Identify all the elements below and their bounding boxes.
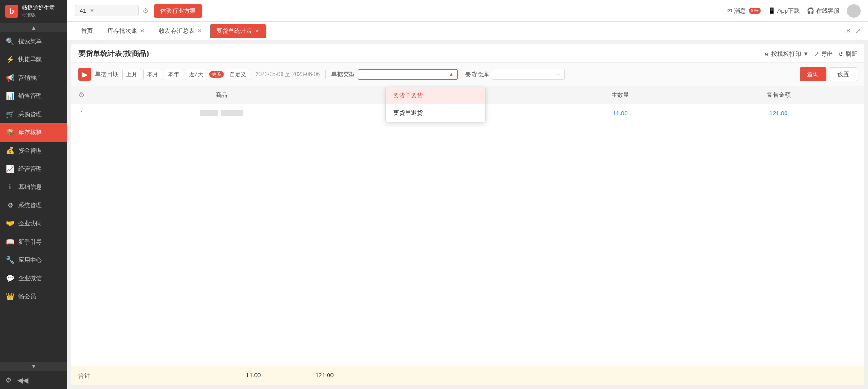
print-dropdown-icon: ▼: [803, 51, 809, 57]
column-settings-icon[interactable]: ⚙: [78, 91, 85, 99]
sidebar-item-app-center[interactable]: 🔧 应用中心: [0, 251, 67, 269]
sidebar-item-sales[interactable]: 📊 销售管理: [0, 87, 67, 105]
date-btn-last-month[interactable]: 上月: [122, 69, 141, 80]
topbar-settings-icon[interactable]: ⚙: [142, 6, 149, 15]
refresh-label: 刷新: [845, 50, 857, 58]
filter-bar: ▶ 单据日期 上月 本月 本年 近7天 更多 自定义 2023-05-06 至 …: [71, 63, 864, 86]
tab-close-icon[interactable]: ✕: [140, 28, 144, 34]
maximize-icon[interactable]: ⤢: [855, 26, 861, 35]
filter-divider: [325, 70, 326, 79]
workspace-selector[interactable]: 41 ▼: [75, 5, 139, 16]
tab-label: 要货单统计表: [216, 27, 252, 35]
close-all-tabs-icon[interactable]: ✕: [845, 26, 851, 35]
tab-close-icon[interactable]: ✕: [255, 28, 259, 34]
top-right-actions: ✉ 消息 99+ 📱 App下载 🎧 在线客服: [727, 4, 861, 18]
more-date-badge[interactable]: 更多: [209, 71, 224, 78]
row-amount: 121.00: [693, 104, 864, 122]
sidebar-item-label: 企业协同: [18, 220, 42, 228]
col-amount: 零售金额: [693, 86, 864, 104]
service-icon: 🎧: [807, 7, 814, 14]
date-btn-this-month[interactable]: 本月: [143, 69, 162, 80]
app-logo-icon: b: [5, 5, 18, 18]
tab-inventory-batch[interactable]: 库存批次账 ✕: [101, 24, 151, 38]
tab-home[interactable]: 首页: [75, 24, 99, 38]
sidebar-item-enterprise[interactable]: 🤝 企业协同: [0, 215, 67, 233]
set-button[interactable]: 设置: [830, 67, 857, 81]
type-dropdown-menu: 要货单要货 要货单退货: [385, 87, 486, 122]
col-settings[interactable]: ⚙: [71, 86, 92, 104]
sidebar-item-label: 经营管理: [18, 165, 42, 173]
sidebar-item-search[interactable]: 🔍 搜索菜单: [0, 32, 67, 51]
type-selector-wrapper: 单据类型 ▲: [331, 69, 458, 80]
inventory-icon: 📦: [5, 128, 15, 137]
messages-badge: 99+: [749, 8, 761, 14]
online-service-label: 在线客服: [816, 7, 840, 15]
dropdown-item-order-goods[interactable]: 要货单要货: [386, 87, 485, 104]
app-version: 标准版: [22, 12, 55, 18]
custom-date-button[interactable]: 自定义: [226, 69, 250, 80]
sidebar: b 畅捷通好生意 标准版 ▲ 🔍 搜索菜单 ⚡ 快捷导航 📢 营销推广 📊 销售…: [0, 0, 67, 389]
sidebar-item-inventory[interactable]: 📦 库存核算: [0, 123, 67, 142]
purchase-icon: 🛒: [5, 110, 15, 119]
app-download-button[interactable]: 📱 App下载: [768, 7, 800, 15]
sidebar-item-label: 搜索菜单: [18, 37, 42, 46]
refresh-icon: ↺: [838, 51, 843, 57]
trial-button[interactable]: 体验行业方案: [154, 4, 202, 18]
warehouse-selector-wrapper: 要货仓库 ···: [465, 69, 565, 80]
sidebar-item-operations[interactable]: 📈 经营管理: [0, 160, 67, 178]
type-selector-input[interactable]: ▲: [358, 69, 458, 80]
type-label: 单据类型: [331, 70, 355, 78]
tab-receive-summary[interactable]: 收发存汇总表 ✕: [153, 24, 208, 38]
filter-expand-button[interactable]: ▶: [78, 68, 91, 81]
page-content: 要货单统计表(按商品) 🖨 按模板打印 ▼ ↗ 导出 ↺ 刷新 ▶: [71, 44, 864, 385]
quantity-link[interactable]: 11.00: [613, 110, 628, 117]
sidebar-nav: 🔍 搜索菜单 ⚡ 快捷导航 📢 营销推广 📊 销售管理 🛒 采购管理 📦 库存核…: [0, 32, 67, 362]
print-button[interactable]: 🖨 按模板打印 ▼: [764, 50, 809, 58]
product-cell: [100, 110, 343, 116]
sidebar-item-marketing[interactable]: 📢 营销推广: [0, 69, 67, 87]
sidebar-item-system[interactable]: ⚙ 系统管理: [0, 196, 67, 215]
tab-label: 收发存汇总表: [159, 27, 195, 35]
date-buttons: 上月 本月 本年 近7天 更多 自定义: [122, 69, 250, 80]
date-btn-7days[interactable]: 近7天: [185, 69, 207, 80]
sidebar-item-quick-nav[interactable]: ⚡ 快捷导航: [0, 51, 67, 69]
sidebar-scroll-down[interactable]: ▼: [0, 362, 67, 371]
settings-bottom-icon[interactable]: ⚙: [5, 376, 12, 384]
sidebar-scroll-up[interactable]: ▲: [0, 23, 67, 32]
sidebar-item-guide[interactable]: 📖 新手引导: [0, 233, 67, 251]
sidebar-item-finance[interactable]: 💰 资金管理: [0, 142, 67, 160]
type-selector-arrow-icon: ▲: [448, 71, 454, 77]
dropdown-item-order-return[interactable]: 要货单退货: [386, 104, 485, 122]
user-avatar[interactable]: [847, 4, 861, 18]
warehouse-more-icon[interactable]: ···: [555, 71, 560, 78]
tab-order-stats[interactable]: 要货单统计表 ✕: [210, 24, 266, 38]
date-label: 单据日期: [95, 70, 118, 78]
query-button[interactable]: 查询: [800, 67, 826, 81]
sidebar-item-label: 畅会员: [18, 292, 36, 301]
product-code-skeleton: [221, 110, 243, 116]
footer-label: 合计: [78, 372, 90, 380]
operations-icon: 📈: [5, 164, 15, 174]
row-number: 1: [71, 104, 92, 122]
sidebar-item-basic-info[interactable]: ℹ 基础信息: [0, 178, 67, 196]
tab-label: 库存批次账: [108, 27, 137, 35]
messages-button[interactable]: ✉ 消息 99+: [727, 7, 761, 15]
sales-icon: 📊: [5, 92, 15, 101]
warehouse-input[interactable]: ···: [492, 69, 565, 80]
tab-close-icon[interactable]: ✕: [197, 28, 202, 34]
sidebar-item-member[interactable]: 👑 畅会员: [0, 287, 67, 306]
type-selected-value: [362, 71, 364, 78]
table-footer: 合计 11.00 121.00: [71, 366, 864, 385]
col-product: 商品: [92, 86, 350, 104]
online-service-button[interactable]: 🎧 在线客服: [807, 7, 840, 15]
amount-link[interactable]: 121.00: [770, 110, 788, 117]
export-button[interactable]: ↗ 导出: [814, 50, 833, 58]
sidebar-item-label: 应用中心: [18, 256, 42, 264]
date-btn-this-year[interactable]: 本年: [164, 69, 183, 80]
sidebar-item-purchase[interactable]: 🛒 采购管理: [0, 105, 67, 123]
sidebar-item-enterprise-wechat[interactable]: 💬 企业微信: [0, 269, 67, 287]
sidebar-item-label: 库存核算: [18, 128, 42, 137]
collapse-icon[interactable]: ◀◀: [17, 376, 28, 384]
sidebar-item-label: 销售管理: [18, 92, 42, 100]
refresh-button[interactable]: ↺ 刷新: [838, 50, 857, 58]
